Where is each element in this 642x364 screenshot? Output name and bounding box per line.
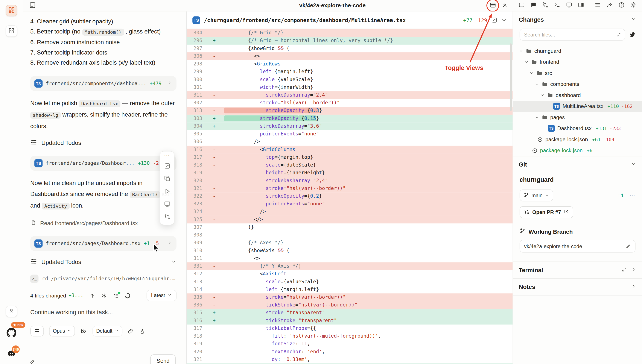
mode-dropdown[interactable]: Default <box>93 326 122 336</box>
assistant-list-item: 7. Softer tooltip indicator dots <box>30 48 177 58</box>
tree-item-components[interactable]: components <box>513 78 642 90</box>
chevron-down-icon <box>115 328 119 334</box>
assistant-message-list: 4. Cleaner grid (subtler opacity)5. Bett… <box>30 16 177 68</box>
flask-icon[interactable] <box>139 328 145 334</box>
tree-item-pages[interactable]: pages <box>513 112 642 123</box>
tree-item-src[interactable]: src <box>513 68 642 78</box>
edit-file-button[interactable] <box>162 161 172 172</box>
scroll-up-icon[interactable] <box>89 292 95 298</box>
menu-button[interactable] <box>593 1 602 10</box>
scrollbar-thumb[interactable] <box>510 43 512 111</box>
notebook-button[interactable] <box>28 1 37 10</box>
preview-app-button[interactable] <box>162 200 172 210</box>
tree-item-Dashboard.tsx[interactable]: TSDashboard.tsx+131-233 <box>513 123 642 134</box>
settings-button[interactable] <box>628 1 638 10</box>
terminal-panel-button[interactable] <box>552 1 562 10</box>
green-dot <box>118 292 120 294</box>
updated-todos-row-1[interactable]: Updated Todos <box>30 138 177 148</box>
notes-section-header[interactable]: Notes <box>513 279 642 295</box>
layout-dashboard-icon <box>8 7 15 15</box>
tree-item-dashboard[interactable]: dashboard <box>513 90 642 101</box>
send-button[interactable]: Send <box>151 354 176 364</box>
open-pr-button[interactable]: Open PR #7 <box>520 206 573 218</box>
collapse-up-button[interactable] <box>500 1 509 10</box>
diff-view-toggle[interactable] <box>491 17 497 24</box>
model-dropdown[interactable]: Opus <box>49 326 75 336</box>
terminal-section-header[interactable]: Terminal <box>513 262 642 278</box>
tree-item-package-lock.json[interactable]: package-lock.json+61-104 <box>513 134 642 145</box>
git-compare-button[interactable] <box>162 212 172 223</box>
collapse-tree-icon[interactable] <box>616 32 621 37</box>
document-icon <box>30 219 37 227</box>
updated-todos-row-2[interactable]: Updated Todos <box>30 257 177 267</box>
todo-status-icon[interactable] <box>113 292 119 298</box>
github-button[interactable] <box>6 328 17 338</box>
grid-view-button[interactable] <box>6 25 17 37</box>
app-rail: ★22k 346 <box>0 0 23 364</box>
tree-item-package-lock.json[interactable]: package-lock.json+6 <box>513 145 642 156</box>
changes-section-header[interactable]: Changes <box>513 12 642 28</box>
todos-label: Updated Todos <box>42 258 81 265</box>
changes-file-tree: churnguardfrontendsrccomponentsdashboard… <box>513 46 642 156</box>
help-button[interactable] <box>617 1 626 10</box>
working-branch-input[interactable]: vk/4e2a-explore-the-code <box>520 240 635 252</box>
diff-line: 316+ tickStroke="transparent" <box>187 317 513 324</box>
chevrons-up-icon <box>501 2 508 10</box>
diff-line: 315+ stroke="transparent" <box>187 309 513 317</box>
tree-item-frontend[interactable]: frontend <box>513 56 642 68</box>
terminal-command-row[interactable]: >_ cd /private/var/folders/10/h7w0q46556… <box>30 274 177 284</box>
diff-line: 320 textAnchor: 'end', <box>187 348 513 356</box>
panel-left-button[interactable] <box>517 1 526 10</box>
chevron-right-icon <box>631 284 636 290</box>
account-button[interactable] <box>6 306 17 317</box>
tree-item-churnguard[interactable]: churnguard <box>513 46 642 56</box>
git-more-button[interactable]: ⋯ <box>629 192 635 199</box>
forward-button[interactable] <box>605 1 614 10</box>
tree-item-MultiLineArea.tsx[interactable]: TSMultiLineArea.tsx+110-162 <box>513 101 642 112</box>
sliders-icon <box>34 328 40 335</box>
git-compare-button[interactable] <box>540 1 550 10</box>
read-file-row[interactable]: Read frontend/src/pages/Dashboard.tsx <box>30 218 177 228</box>
panel-right-button[interactable] <box>576 1 585 10</box>
file-change-chip-2[interactable]: TS frontend/src/pages/Dashboar... +130 -… <box>30 156 177 171</box>
diff-line: 317- top={margin.top} <box>187 154 513 161</box>
title-bar: vk/4e2a-explore-the-code <box>23 0 642 12</box>
sparkle-icon[interactable] <box>101 292 107 298</box>
toggle-views-button[interactable] <box>488 1 497 10</box>
chat-panel-button[interactable] <box>529 1 538 10</box>
latest-dropdown[interactable]: Latest <box>147 290 177 301</box>
chip-filename: frontend/src/pages/Dashboard.tsx <box>46 240 141 246</box>
chevron-right-icon <box>167 240 172 247</box>
pencil-icon[interactable] <box>29 358 36 364</box>
attach-icon[interactable] <box>128 328 134 334</box>
diff-line: 309 {/* Axes */} <box>187 239 513 247</box>
copy-icon <box>164 175 171 183</box>
diff-line: 335- stroke="hsl(var(--border))" <box>187 294 513 301</box>
file-change-chip-3[interactable]: TS frontend/src/pages/Dashboard.tsx +1 -… <box>30 236 177 251</box>
search-files-input[interactable]: Search files... <box>520 28 625 40</box>
composer-settings-button[interactable] <box>30 326 44 336</box>
chat-input[interactable]: Continue working on this task... <box>30 309 177 319</box>
preview-button[interactable] <box>564 1 574 10</box>
run-button[interactable] <box>162 187 172 198</box>
bird-icon[interactable] <box>629 31 636 38</box>
working-branch-header: Working Branch <box>520 228 635 235</box>
workspace-button[interactable] <box>6 5 17 16</box>
diff-line: 322- strokeOpacity={0.2} <box>187 192 513 200</box>
repo-name: churnguard <box>520 176 635 183</box>
chevron-down-icon[interactable] <box>171 258 177 265</box>
branch-dropdown[interactable]: main <box>520 190 553 201</box>
drag-handle-icon[interactable]: ⋯ <box>164 154 170 159</box>
fast-forward-icon[interactable] <box>80 328 87 334</box>
git-section-header[interactable]: Git <box>513 156 642 172</box>
diff-line: 321- stroke="hsl(var(--border))" <box>187 184 513 192</box>
gear-icon <box>630 2 637 10</box>
files-changed-label[interactable]: 4 files changed+3... <box>30 292 83 298</box>
copy-button[interactable] <box>162 174 172 184</box>
pencil-icon[interactable] <box>626 244 631 249</box>
panel-right-icon <box>577 2 584 10</box>
panel-left-icon <box>518 2 525 10</box>
file-change-chip-1[interactable]: TS frontend/src/components/dashboa... +4… <box>30 76 177 91</box>
expand-icon[interactable] <box>621 267 627 274</box>
chevron-down-icon[interactable] <box>501 17 507 23</box>
